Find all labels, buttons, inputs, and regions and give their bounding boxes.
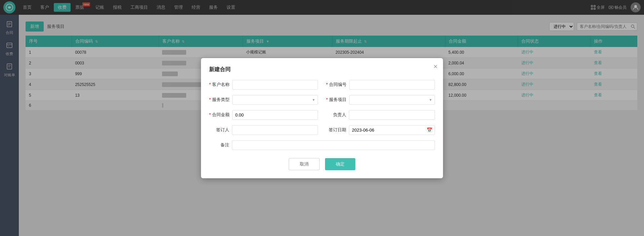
- notes-label: 备注: [209, 142, 229, 148]
- modal-footer: 取消 确定: [209, 158, 435, 170]
- modal-overlay: 新建合同 ✕ 客户名称 合同编号 服务类型 ▼: [0, 0, 644, 236]
- sign-date-field-row: 签订日期 📅: [326, 125, 435, 135]
- amount-input[interactable]: [232, 110, 318, 120]
- contract-no-input[interactable]: [349, 80, 435, 90]
- modal-title: 新建合同: [209, 66, 435, 73]
- responsible-field-row: 负责人: [326, 110, 435, 120]
- notes-field-row: 备注: [209, 140, 435, 150]
- amount-field-row: 合同金额: [209, 110, 318, 120]
- calendar-icon[interactable]: 📅: [427, 127, 432, 133]
- sign-date-input[interactable]: [349, 125, 435, 135]
- responsible-input[interactable]: [349, 110, 435, 120]
- modal-form: 客户名称 合同编号 服务类型 ▼ 服务项目: [209, 80, 435, 150]
- contract-no-label: 合同编号: [326, 82, 347, 88]
- service-type-label: 服务类型: [209, 97, 230, 103]
- service-item-select[interactable]: [349, 95, 435, 105]
- contract-no-field-row: 合同编号: [326, 80, 435, 90]
- service-type-select[interactable]: [232, 95, 318, 105]
- customer-field-row: 客户名称: [209, 80, 318, 90]
- signer-field-row: 签订人: [209, 125, 318, 135]
- confirm-button[interactable]: 确定: [325, 158, 355, 170]
- service-item-field-row: 服务项目 ▼: [326, 95, 435, 105]
- sign-date-label: 签订日期: [326, 127, 346, 133]
- notes-input[interactable]: [232, 140, 435, 150]
- modal-close-button[interactable]: ✕: [433, 63, 438, 70]
- responsible-label: 负责人: [326, 112, 346, 118]
- new-contract-modal: 新建合同 ✕ 客户名称 合同编号 服务类型 ▼: [201, 58, 443, 178]
- signer-input[interactable]: [232, 125, 318, 135]
- service-type-field-row: 服务类型 ▼: [209, 95, 318, 105]
- customer-label: 客户名称: [209, 82, 230, 88]
- signer-label: 签订人: [209, 127, 229, 133]
- customer-input[interactable]: [232, 80, 318, 90]
- amount-label: 合同金额: [209, 112, 230, 118]
- cancel-button[interactable]: 取消: [289, 158, 320, 170]
- service-item-label: 服务项目: [326, 97, 347, 103]
